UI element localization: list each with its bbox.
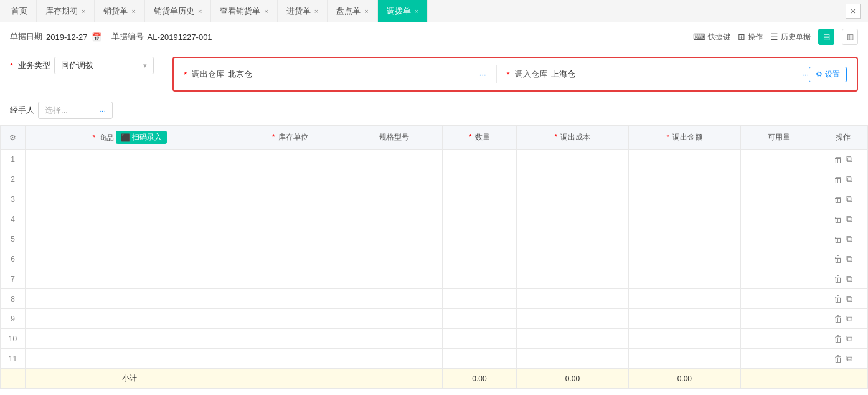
row-amount-1[interactable] (628, 150, 740, 169)
row-product-11[interactable] (26, 349, 234, 369)
operation-button[interactable]: ⊞ 操作 (738, 32, 763, 42)
row-unit-4[interactable] (234, 209, 346, 229)
calendar-icon[interactable]: 📅 (92, 32, 101, 42)
shortcut-button[interactable]: ⌨ 快捷键 (693, 32, 730, 42)
row-available-11[interactable] (740, 349, 818, 369)
row-unit-9[interactable] (234, 309, 346, 329)
row-product-8[interactable] (26, 289, 234, 309)
row-spec-8[interactable] (346, 289, 443, 309)
tab-view-sales[interactable]: 查看销货单 × (211, 0, 277, 22)
row-unit-5[interactable] (234, 229, 346, 249)
row-quantity-11[interactable] (442, 349, 516, 369)
row-cost-8[interactable] (516, 289, 628, 309)
layout2-button[interactable]: ▥ (842, 29, 858, 45)
row-unit-3[interactable] (234, 189, 346, 209)
copy-icon[interactable]: ⧉ (846, 274, 852, 284)
tab-transfer-close[interactable]: × (415, 7, 418, 15)
setting-button[interactable]: ⚙ 设置 (809, 67, 847, 82)
tab-purchase-order[interactable]: 进货单 × (278, 0, 328, 22)
row-amount-8[interactable] (628, 289, 740, 309)
copy-icon[interactable]: ⧉ (846, 333, 852, 344)
row-amount-10[interactable] (628, 329, 740, 349)
row-cost-3[interactable] (516, 189, 628, 209)
tab-sales-order[interactable]: 销货单 × (95, 0, 144, 22)
copy-icon[interactable]: ⧉ (846, 194, 852, 204)
row-quantity-6[interactable] (442, 249, 516, 269)
copy-icon[interactable]: ⧉ (846, 214, 852, 224)
row-unit-1[interactable] (234, 150, 346, 169)
delete-icon[interactable]: 🗑 (834, 194, 842, 204)
tab-purchase-order-close[interactable]: × (314, 7, 318, 15)
tab-view-sales-close[interactable]: × (264, 7, 268, 15)
tab-sales-history-close[interactable]: × (198, 7, 202, 15)
row-spec-11[interactable] (346, 349, 443, 369)
copy-icon[interactable]: ⧉ (846, 174, 852, 184)
row-product-10[interactable] (26, 329, 234, 349)
row-cost-10[interactable] (516, 329, 628, 349)
row-unit-6[interactable] (234, 249, 346, 269)
row-cost-9[interactable] (516, 309, 628, 329)
business-type-select[interactable]: 同价调拨 ▾ (54, 57, 154, 74)
row-cost-6[interactable] (516, 249, 628, 269)
warehouse-out-more[interactable]: ··· (479, 70, 486, 79)
scan-button[interactable]: ⬛ 扫码录入 (116, 131, 167, 144)
row-quantity-8[interactable] (442, 289, 516, 309)
row-cost-1[interactable] (516, 150, 628, 169)
row-spec-9[interactable] (346, 309, 443, 329)
row-spec-3[interactable] (346, 189, 443, 209)
row-available-8[interactable] (740, 289, 818, 309)
handler-more[interactable]: ··· (99, 106, 106, 115)
row-amount-11[interactable] (628, 349, 740, 369)
tab-inventory-init[interactable]: 库存期初 × (37, 0, 95, 22)
layout1-button[interactable]: ▤ (818, 29, 834, 45)
row-amount-9[interactable] (628, 309, 740, 329)
row-product-2[interactable] (26, 169, 234, 189)
copy-icon[interactable]: ⧉ (846, 254, 852, 264)
row-product-5[interactable] (26, 229, 234, 249)
row-unit-2[interactable] (234, 169, 346, 189)
row-cost-11[interactable] (516, 349, 628, 369)
delete-icon[interactable]: 🗑 (834, 254, 842, 264)
history-button[interactable]: ☰ 历史单据 (770, 32, 811, 42)
row-amount-5[interactable] (628, 229, 740, 249)
row-cost-7[interactable] (516, 269, 628, 289)
delete-icon[interactable]: 🗑 (834, 354, 842, 364)
delete-icon[interactable]: 🗑 (834, 174, 842, 184)
delete-icon[interactable]: 🗑 (834, 214, 842, 224)
row-available-5[interactable] (740, 229, 818, 249)
row-quantity-7[interactable] (442, 269, 516, 289)
handler-select[interactable]: 选择... ··· (38, 102, 113, 119)
row-spec-5[interactable] (346, 229, 443, 249)
row-product-1[interactable] (26, 150, 234, 169)
tab-inventory-init-close[interactable]: × (82, 7, 85, 15)
row-available-10[interactable] (740, 329, 818, 349)
row-cost-2[interactable] (516, 169, 628, 189)
copy-icon[interactable]: ⧉ (846, 293, 852, 304)
row-available-7[interactable] (740, 269, 818, 289)
row-available-2[interactable] (740, 169, 818, 189)
delete-icon[interactable]: 🗑 (834, 155, 842, 164)
row-product-4[interactable] (26, 209, 234, 229)
row-spec-10[interactable] (346, 329, 443, 349)
row-cost-5[interactable] (516, 229, 628, 249)
tab-inventory[interactable]: 盘点单 × (328, 0, 377, 22)
delete-icon[interactable]: 🗑 (834, 334, 842, 344)
tab-sales-history[interactable]: 销货单历史 × (145, 0, 211, 22)
copy-icon[interactable]: ⧉ (846, 353, 852, 364)
row-product-7[interactable] (26, 269, 234, 289)
row-amount-6[interactable] (628, 249, 740, 269)
row-quantity-9[interactable] (442, 309, 516, 329)
row-quantity-4[interactable] (442, 209, 516, 229)
row-available-6[interactable] (740, 249, 818, 269)
delete-icon[interactable]: 🗑 (834, 294, 842, 304)
row-cost-4[interactable] (516, 209, 628, 229)
row-spec-1[interactable] (346, 150, 443, 169)
row-quantity-10[interactable] (442, 329, 516, 349)
row-product-3[interactable] (26, 189, 234, 209)
row-available-3[interactable] (740, 189, 818, 209)
row-spec-2[interactable] (346, 169, 443, 189)
row-amount-4[interactable] (628, 209, 740, 229)
row-unit-11[interactable] (234, 349, 346, 369)
row-quantity-3[interactable] (442, 189, 516, 209)
row-product-6[interactable] (26, 249, 234, 269)
